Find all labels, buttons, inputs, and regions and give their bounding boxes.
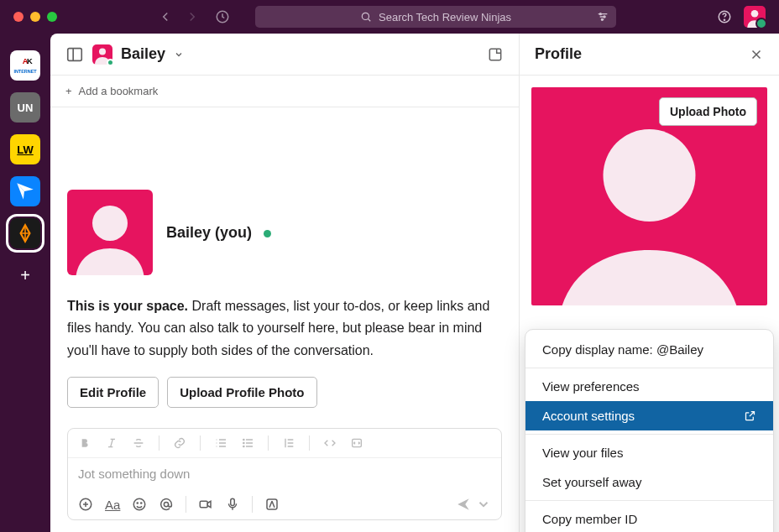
italic-icon[interactable]	[105, 436, 118, 450]
history-icon[interactable]	[215, 9, 230, 24]
help-icon[interactable]	[717, 9, 732, 24]
composer-input[interactable]: Jot something down	[68, 458, 501, 489]
profile-header: Profile	[520, 34, 779, 76]
workspace-item[interactable]: AKINTERNET	[10, 50, 40, 81]
svg-point-4	[601, 18, 603, 20]
search-input[interactable]: Search Tech Review Ninjas	[255, 6, 616, 28]
chat-pane: Bailey + Add a bookmark Bailey (you)	[50, 34, 519, 532]
code-icon[interactable]	[323, 436, 337, 450]
svg-rect-11	[68, 48, 82, 60]
svg-point-23	[165, 503, 169, 507]
search-icon	[360, 11, 372, 23]
svg-point-22	[141, 503, 142, 503]
composer-actions: Aa	[68, 489, 501, 519]
message-composer: Jot something down Aa	[67, 428, 502, 520]
plus-icon[interactable]: +	[65, 85, 72, 97]
maximize-window-icon[interactable]	[47, 12, 57, 22]
emoji-icon[interactable]	[132, 497, 147, 512]
link-icon[interactable]	[173, 436, 186, 450]
close-window-icon[interactable]	[13, 12, 24, 22]
svg-point-1	[362, 13, 369, 19]
window-controls	[13, 12, 57, 22]
upload-photo-button[interactable]: Upload Photo	[659, 97, 757, 126]
profile-title: Profile	[535, 45, 582, 63]
menu-view-preferences[interactable]: View preferences	[525, 372, 773, 401]
bullet-list-icon[interactable]	[241, 436, 254, 450]
ordered-list-icon[interactable]	[214, 436, 227, 450]
minimize-window-icon[interactable]	[30, 12, 40, 22]
svg-point-12	[99, 48, 106, 55]
bookmark-bar: + Add a bookmark	[50, 76, 519, 107]
svg-point-17	[243, 446, 244, 447]
attach-plus-icon[interactable]	[78, 497, 93, 512]
titlebar: Search Tech Review Ninjas	[0, 0, 779, 34]
dm-intro: Bailey (you)	[67, 190, 502, 275]
edit-profile-button[interactable]: Edit Profile	[67, 377, 159, 408]
format-toolbar	[68, 429, 501, 458]
blockquote-icon[interactable]	[282, 436, 295, 450]
self-display-name: Bailey (you)	[166, 224, 252, 241]
svg-point-15	[243, 440, 244, 441]
svg-point-16	[243, 443, 244, 444]
titlebar-right	[717, 6, 766, 28]
self-avatar-large	[67, 190, 153, 275]
menu-copy-member-id[interactable]: Copy member ID	[525, 504, 773, 532]
video-icon[interactable]	[198, 497, 213, 512]
mention-icon[interactable]	[159, 497, 174, 512]
workspace-rail: AKINTERNET UN LW +	[0, 34, 50, 532]
strikethrough-icon[interactable]	[132, 436, 145, 450]
canvas-icon[interactable]	[487, 46, 504, 63]
workspace-item-active[interactable]	[10, 218, 40, 248]
search-placeholder: Search Tech Review Ninjas	[379, 11, 511, 23]
workspace-item[interactable]: UN	[10, 92, 40, 123]
nav-arrows	[158, 9, 200, 24]
svg-point-6	[724, 19, 724, 20]
svg-point-20	[134, 498, 146, 510]
send-options-icon[interactable]	[476, 497, 491, 512]
menu-set-away[interactable]: Set yourself away	[525, 467, 773, 497]
workspace-item[interactable]: LW	[10, 134, 40, 164]
svg-rect-25	[231, 498, 235, 505]
svg-point-27	[604, 129, 696, 222]
bold-icon[interactable]	[78, 436, 91, 450]
external-link-icon	[744, 409, 756, 422]
add-workspace-button[interactable]: +	[10, 260, 40, 290]
svg-rect-13	[489, 49, 500, 60]
close-icon[interactable]	[749, 47, 764, 62]
profile-pane: Profile Upload Photo Copy display name: …	[519, 34, 779, 532]
svg-text:K: K	[27, 57, 33, 65]
menu-copy-display-name[interactable]: Copy display name: @Bailey	[525, 335, 773, 364]
context-menu: Copy display name: @Bailey View preferen…	[525, 329, 774, 532]
codeblock-icon[interactable]	[350, 436, 363, 450]
text-format-icon[interactable]: Aa	[105, 498, 120, 512]
mic-icon[interactable]	[225, 497, 240, 512]
svg-point-7	[751, 10, 759, 18]
svg-point-2	[599, 13, 601, 15]
svg-point-14	[92, 206, 128, 241]
sidebar-toggle-icon[interactable]	[65, 45, 84, 64]
chevron-down-icon[interactable]	[174, 50, 184, 60]
chat-header: Bailey	[50, 34, 519, 76]
upload-profile-photo-button[interactable]: Upload Profile Photo	[167, 377, 316, 408]
shortcuts-icon[interactable]	[264, 497, 280, 512]
menu-view-files[interactable]: View your files	[525, 438, 773, 467]
back-icon[interactable]	[158, 9, 173, 24]
space-description: This is your space. Draft messages, list…	[67, 295, 502, 362]
send-icon[interactable]	[456, 497, 471, 512]
dm-avatar-icon	[92, 44, 112, 65]
forward-icon[interactable]	[185, 9, 200, 24]
add-bookmark-button[interactable]: Add a bookmark	[79, 85, 159, 97]
user-avatar[interactable]	[744, 6, 766, 28]
svg-rect-24	[201, 501, 208, 508]
menu-account-settings[interactable]: Account settings	[525, 401, 773, 430]
status-active-icon	[264, 230, 271, 237]
svg-point-21	[138, 503, 139, 503]
svg-rect-26	[267, 499, 277, 509]
dm-title[interactable]: Bailey	[121, 45, 165, 63]
filter-icon[interactable]	[596, 10, 609, 23]
svg-point-3	[604, 16, 605, 18]
workspace-item[interactable]	[10, 176, 40, 206]
profile-photo-large: Upload Photo	[531, 87, 767, 305]
svg-text:INTERNET: INTERNET	[13, 69, 37, 74]
